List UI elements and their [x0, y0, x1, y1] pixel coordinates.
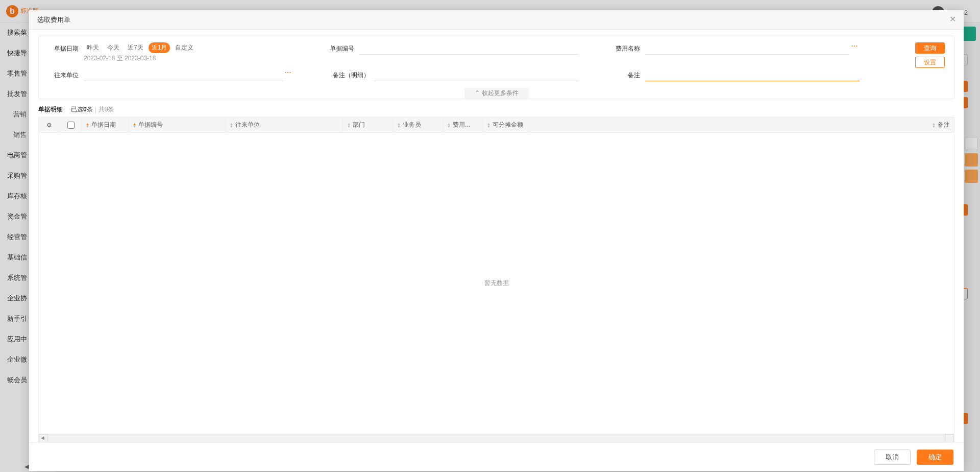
filter-docno-label: 单据编号 — [324, 42, 354, 53]
filter-note-detail-label: 备注（明细） — [324, 69, 370, 80]
cancel-button[interactable]: 取消 — [874, 450, 911, 465]
preset-last7[interactable]: 近7天 — [125, 42, 146, 53]
filter-actions: 查询 设置 — [915, 42, 945, 68]
preset-last-month[interactable]: 近1月 — [149, 42, 170, 53]
sort-icon: ▲▼ — [487, 123, 491, 128]
sort-icon: ▲▼ — [133, 123, 136, 128]
note-input[interactable] — [645, 69, 860, 81]
fee-name-ellipsis-icon[interactable]: ··· — [849, 42, 860, 50]
filter-panel: 查询 设置 单据日期 昨天 今天 近7天 近1月 自定义 — [38, 36, 954, 99]
filter-partner-label: 往来单位 — [48, 69, 79, 80]
date-range-text: 2023-02-18 至 2023-03-18 — [84, 54, 197, 63]
fee-name-input[interactable] — [645, 42, 849, 55]
preset-yesterday[interactable]: 昨天 — [84, 42, 102, 53]
select-all-checkbox[interactable] — [67, 122, 75, 129]
table-empty: 暂无数据 — [39, 133, 954, 434]
col-dept[interactable]: ▲▼ 部门 — [343, 117, 393, 132]
modal-footer: 取消 确定 — [29, 442, 964, 471]
sort-icon: ▲▼ — [397, 123, 401, 128]
note-detail-input[interactable] — [375, 69, 579, 81]
separator: | — [93, 106, 99, 113]
table-header: ⚙ ▲▼ 单据日期 ▲▼ 单据编号 ▲▼ 往来单位 — [39, 117, 954, 133]
sort-icon: ▲▼ — [86, 123, 89, 128]
close-icon[interactable]: ✕ — [947, 14, 958, 25]
query-button[interactable]: 查询 — [915, 42, 945, 54]
sort-icon: ▲▼ — [230, 123, 233, 128]
date-presets: 昨天 今天 近7天 近1月 自定义 2023-02-18 至 2023-03-1… — [84, 42, 197, 63]
partner-ellipsis-icon[interactable]: ··· — [283, 69, 293, 76]
doc-no-input[interactable] — [359, 42, 579, 55]
preset-custom[interactable]: 自定义 — [172, 42, 197, 53]
table-checkbox-column — [60, 117, 82, 132]
col-amount[interactable]: ▲▼ 可分摊金额 — [483, 117, 530, 132]
horizontal-scrollbar[interactable]: ◀ ▶ — [39, 434, 954, 442]
col-biz[interactable]: ▲▼ 业务员 — [393, 117, 443, 132]
detail-total: 共0条 — [99, 105, 114, 114]
scroll-right-icon: ▶ — [948, 435, 952, 440]
detail-title: 单据明细 — [38, 105, 63, 114]
empty-text: 暂无数据 — [484, 279, 509, 288]
modal-title: 选取费用单 — [37, 15, 70, 25]
col-note[interactable]: ▲▼ 备注 — [530, 117, 954, 132]
detail-selected: 已选0条 — [71, 105, 93, 114]
collapse-text: 收起更多条件 — [482, 89, 519, 98]
modal-overlay: 选取费用单 ✕ 查询 设置 单据日期 昨天 今天 近7天 — [0, 0, 980, 472]
modal-select-expense: 选取费用单 ✕ 查询 设置 单据日期 昨天 今天 近7天 — [29, 10, 964, 471]
col-doc-no[interactable]: ▲▼ 单据编号 — [129, 117, 226, 132]
confirm-button[interactable]: 确定 — [917, 450, 953, 465]
preset-today[interactable]: 今天 — [104, 42, 122, 53]
filter-date-label: 单据日期 — [48, 42, 79, 53]
scroll-left-icon: ◀ — [41, 435, 44, 440]
collapse-bar: ⌃ 收起更多条件 — [48, 87, 945, 99]
settings-button[interactable]: 设置 — [915, 57, 945, 68]
table-settings-column[interactable]: ⚙ — [39, 117, 60, 132]
partner-input[interactable] — [84, 69, 283, 81]
col-partner[interactable]: ▲▼ 往来单位 — [226, 117, 343, 132]
collapse-toggle[interactable]: ⌃ 收起更多条件 — [464, 88, 529, 99]
sort-icon: ▲▼ — [347, 123, 351, 128]
filter-note-label: 备注 — [609, 69, 640, 80]
chevron-up-icon: ⌃ — [475, 89, 480, 97]
detail-header: 单据明细 已选0条 | 共0条 — [38, 105, 954, 114]
filter-feename-label: 费用名称 — [609, 42, 640, 53]
sort-icon: ▲▼ — [932, 123, 936, 128]
modal-header: 选取费用单 ✕ — [29, 10, 964, 30]
table: ⚙ ▲▼ 单据日期 ▲▼ 单据编号 ▲▼ 往来单位 — [38, 117, 954, 442]
sort-icon: ▲▼ — [447, 123, 451, 128]
gear-icon: ⚙ — [46, 122, 52, 129]
col-date[interactable]: ▲▼ 单据日期 — [82, 117, 129, 132]
modal-body: 查询 设置 单据日期 昨天 今天 近7天 近1月 自定义 — [29, 30, 964, 442]
col-fee[interactable]: ▲▼ 费用... — [443, 117, 483, 132]
